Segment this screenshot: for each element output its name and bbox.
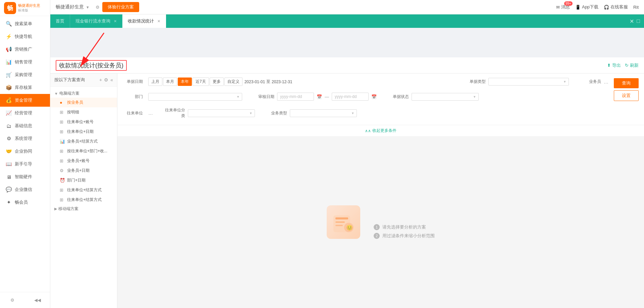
tab-bank-flow-close[interactable]: ✕ <box>114 19 117 23</box>
sidebar-item-guide[interactable]: 📖 新手引导 <box>0 158 50 170</box>
sidebar-item-inventory[interactable]: 📦 库存核算 <box>0 81 50 94</box>
counter-unit-category-label: 往来单位分类 <box>165 107 185 119</box>
tab-receipt-stats[interactable]: 收款情况统计 ✕ <box>122 14 166 28</box>
scheme-group-desktop-header[interactable]: ▼ 电脑端方案 <box>50 89 117 98</box>
scheme-settings-btn[interactable]: ⚙ <box>104 77 108 83</box>
refresh-btn[interactable]: ↻ 刷新 <box>625 62 639 68</box>
scheme-collapse-btn[interactable]: « <box>110 77 113 83</box>
scheme-item-unit-dept-receipt[interactable]: ⊞ 按往来单位+部门+收... <box>50 146 117 156</box>
tab-receipt-stats-close[interactable]: ✕ <box>157 19 160 23</box>
sidebar-item-hardware[interactable]: 🖥 智能硬件 <box>0 170 50 183</box>
sidebar-item-marketing[interactable]: 📢 营销推广 <box>0 43 50 56</box>
scheme-item-icon-salesperson-date: ⚙ <box>60 168 65 173</box>
group-arrow-icon: ▼ <box>54 92 58 96</box>
sidebar-item-search[interactable]: 🔍 搜索菜单 <box>0 17 50 30</box>
sidebar-item-weixin[interactable]: 💬 企业微信 <box>0 183 50 196</box>
voucher-status-select[interactable]: ▾ <box>412 93 479 101</box>
scheme-item-salesperson-account[interactable]: ⊞ 业务员+账号 <box>50 156 117 166</box>
scheme-item-unit-date[interactable]: ⊞ 往来单位+日期 <box>50 127 117 137</box>
message-icon: ✉ <box>556 5 560 10</box>
sidebar-item-enterprise[interactable]: 🤝 企业协同 <box>0 145 50 158</box>
export-btn[interactable]: ⬆ 导出 <box>607 62 621 68</box>
inventory-icon: 📦 <box>5 85 12 91</box>
scheme-item-salesperson-date[interactable]: ⚙ 业务员+日期 <box>50 166 117 175</box>
content-wrapper: 按以下方案查询 + ⚙ « ▼ 电脑端方案 <box>50 73 644 308</box>
dept-select[interactable]: ▾ <box>148 93 242 101</box>
empty-tips: 1 请先选择要分析的方案 2 用过滤条件来缩小分析范围 <box>374 224 435 239</box>
review-date-label: 审核日期 <box>254 94 274 100</box>
date-tab-this-month[interactable]: 本月 <box>163 78 177 86</box>
topbar-app-download-btn[interactable]: 📱 App下载 <box>575 4 598 10</box>
topbar-online-service-btn[interactable]: 🎧 在线客服 <box>604 4 628 10</box>
topbar-user[interactable]: Rit <box>633 5 639 10</box>
scheme-item-icon-detail: ⊞ <box>60 110 65 115</box>
salesperson-more-icon[interactable]: … <box>604 79 608 85</box>
scheme-item-dept-date[interactable]: ⏰ 部门+日期 <box>50 175 117 185</box>
sidebar-item-quick-nav[interactable]: ⚡ 快捷导航 <box>0 30 50 43</box>
query-btn[interactable]: 查询 <box>614 78 639 88</box>
guide-icon: 📖 <box>5 161 12 167</box>
business-type-dropdown-icon: ▾ <box>352 111 354 115</box>
collapse-more-btn[interactable]: ∧∧ 收起更多条件 <box>117 125 644 136</box>
sidebar: 畅 畅捷通好生意 标准版 🔍 搜索菜单 ⚡ 快捷导航 📢 营销推广 📊 销 <box>0 0 50 308</box>
topbar-message-btn[interactable]: ✉ 消息 99+ <box>556 4 570 10</box>
business-type-select[interactable]: ▾ <box>290 109 357 117</box>
topbar-gear-btn[interactable]: ⚙ <box>93 2 102 12</box>
dept-dropdown-icon: ▾ <box>237 95 239 99</box>
voucher-type-dropdown-icon: ▾ <box>564 80 566 84</box>
sidebar-item-purchase[interactable]: 🛒 采购管理 <box>0 68 50 81</box>
sidebar-item-base-info[interactable]: 🗂 基础信息 <box>0 119 50 132</box>
topbar-dropdown-icon[interactable]: ▾ <box>87 5 89 10</box>
sidebar-logo: 畅 畅捷通好生意 标准版 <box>0 0 50 16</box>
sidebar-item-system[interactable]: ⚙ 系统管理 <box>0 132 50 145</box>
logo-icon: 畅 <box>4 2 16 14</box>
sidebar-settings-btn[interactable]: ⚙ <box>0 295 25 305</box>
counter-unit-label: 往来单位 <box>123 110 143 116</box>
window-close-icon[interactable]: ✕ <box>630 18 634 24</box>
voucher-type-select[interactable]: ▾ <box>488 78 569 86</box>
app-icon: 📱 <box>575 5 581 10</box>
date-tab-last-month[interactable]: 上月 <box>148 78 162 86</box>
date-tab-more[interactable]: 更多 <box>210 78 224 86</box>
scheme-group-mobile-header[interactable]: ▶ 移动端方案 <box>50 205 117 213</box>
sidebar-item-member[interactable]: ✦ 畅会员 <box>0 196 50 209</box>
sidebar-item-operation[interactable]: 📈 经营管理 <box>0 107 50 119</box>
empty-illustration: 😊 <box>327 205 360 239</box>
settings-btn[interactable]: 设置 <box>614 90 639 101</box>
counter-unit-more-icon[interactable]: … <box>148 110 153 116</box>
sidebar-collapse-btn[interactable]: ◀◀ <box>25 295 50 305</box>
scheme-list: ▼ 电脑端方案 ● 按业务员 ⊞ 按明细 ⊞ 往 <box>50 87 117 308</box>
calendar-to-icon[interactable]: 📅 <box>371 94 377 99</box>
scheme-item-salesperson-settlement[interactable]: 📊 业务员+结算方式 <box>50 137 117 146</box>
scheme-item-icon-unit-settlement2: ⊞ <box>60 197 65 202</box>
trial-btn[interactable]: 体验行业方案 <box>102 2 139 12</box>
scheme-item-unit-settlement1[interactable]: ⊞ 往来单位+结算方式 <box>50 185 117 195</box>
sidebar-item-sales[interactable]: 📊 销售管理 <box>0 56 50 68</box>
scheme-item-by-detail[interactable]: ⊞ 按明细 <box>50 107 117 117</box>
scheme-item-unit-account[interactable]: ⊞ 往来单位+账号 <box>50 117 117 127</box>
scheme-item-by-salesperson[interactable]: ● 按业务员 <box>50 98 117 107</box>
filter-container: 单据日期 上月 本月 本年 近7天 更多 自定义 <box>117 73 644 136</box>
scheme-item-icon-salesperson-account: ⊞ <box>60 158 65 163</box>
review-date-from[interactable]: yyyy-mm-dd <box>277 93 314 101</box>
counter-unit-category-select[interactable]: ▾ <box>188 109 255 117</box>
filter-row-1: 单据日期 上月 本月 本年 近7天 更多 自定义 <box>123 78 608 86</box>
scheme-item-unit-settlement2[interactable]: ⊞ 往来单位+结算方式 <box>50 195 117 205</box>
window-maximize-icon[interactable]: □ <box>637 18 640 24</box>
scheme-add-btn[interactable]: + <box>99 77 102 83</box>
date-tab-this-year[interactable]: 本年 <box>178 78 192 86</box>
date-tab-custom[interactable]: 自定义 <box>224 78 243 86</box>
salesperson-label: 业务员 <box>581 79 601 85</box>
business-type-label: 业务类型 <box>267 110 287 116</box>
purchase-icon: 🛒 <box>5 72 12 78</box>
sidebar-item-finance[interactable]: 💰 资金管理 <box>0 94 50 107</box>
scheme-item-icon-unit-account: ⊞ <box>60 119 65 124</box>
tab-home[interactable]: 首页 <box>50 14 70 28</box>
tab-bank-flow[interactable]: 现金银行流水查询 ✕ <box>70 14 122 28</box>
review-date-to[interactable]: yyyy-mm-dd <box>332 93 369 101</box>
date-tabs: 上月 本月 本年 近7天 更多 自定义 <box>148 78 243 86</box>
date-tab-7days[interactable]: 近7天 <box>193 78 209 86</box>
calendar-from-icon[interactable]: 📅 <box>317 94 322 99</box>
svg-rect-3 <box>335 225 343 226</box>
svg-rect-1 <box>335 217 348 219</box>
